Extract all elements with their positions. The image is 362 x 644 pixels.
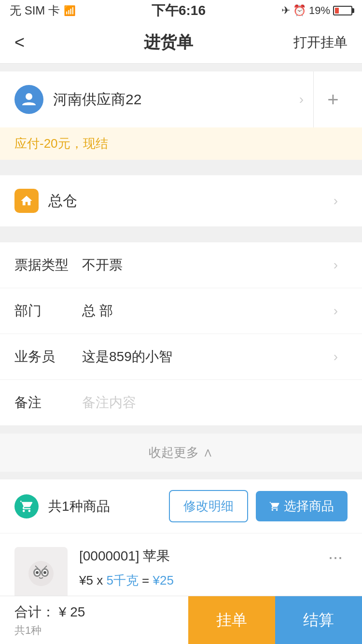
carrier-label: 无 SIM 卡 bbox=[10, 3, 60, 18]
footer-total: 合计： ¥ 25 共1种 bbox=[0, 596, 188, 644]
section-gap-3 bbox=[0, 227, 362, 235]
total-amount: 合计： ¥ 25 bbox=[14, 603, 174, 621]
product-name: [0000001] 苹果 bbox=[79, 547, 323, 565]
person-icon bbox=[20, 91, 38, 108]
remark-value: 备注内容 bbox=[82, 393, 348, 412]
salesperson-value: 这是859的小智 bbox=[82, 348, 324, 366]
svg-point-1 bbox=[28, 561, 54, 586]
status-left: 无 SIM 卡 📶 bbox=[10, 3, 76, 18]
product-more-button[interactable]: ··· bbox=[323, 547, 348, 567]
salesperson-chevron-icon: › bbox=[334, 349, 338, 364]
select-product-button[interactable]: 选择商品 bbox=[256, 491, 348, 521]
select-product-label: 选择商品 bbox=[284, 498, 334, 515]
time-label: 下午6:16 bbox=[152, 1, 206, 20]
supplier-name: 河南供应商22 bbox=[53, 90, 290, 110]
section-gap-1 bbox=[0, 64, 362, 71]
warehouse-icon bbox=[14, 189, 39, 213]
back-button[interactable]: < bbox=[14, 32, 43, 53]
salesperson-key: 业务员 bbox=[14, 348, 82, 366]
status-bar: 无 SIM 卡 📶 下午6:16 ✈ ⏰ 19% bbox=[0, 0, 362, 21]
warehouse-label: 总仓 bbox=[48, 191, 324, 211]
total-count: 共1种 bbox=[14, 623, 174, 638]
product-owl-icon bbox=[27, 559, 56, 588]
cart-icon bbox=[20, 500, 33, 513]
checkout-button[interactable]: 结算 bbox=[275, 596, 362, 644]
supplier-section: 河南供应商22 › + bbox=[0, 71, 362, 127]
invoice-type-row[interactable]: 票据类型 不开票 › bbox=[0, 242, 362, 288]
svg-point-0 bbox=[26, 93, 32, 100]
hang-order-button[interactable]: 挂单 bbox=[188, 596, 275, 644]
department-key: 部门 bbox=[14, 302, 82, 320]
supplier-avatar bbox=[14, 85, 43, 114]
form-section: 票据类型 不开票 › 部门 总 部 › 业务员 这是859的小智 › 备注 备注… bbox=[0, 242, 362, 426]
alarm-icon: ⏰ bbox=[293, 4, 306, 17]
house-icon bbox=[20, 194, 33, 208]
select-product-icon bbox=[269, 501, 280, 512]
battery-fill bbox=[335, 8, 339, 14]
department-row[interactable]: 部门 总 部 › bbox=[0, 288, 362, 334]
warehouse-chevron-icon: › bbox=[334, 193, 338, 209]
collapse-bar[interactable]: 收起更多 ∧ bbox=[0, 434, 362, 472]
department-value: 总 部 bbox=[82, 302, 324, 320]
quantity: 5千克 bbox=[106, 573, 138, 588]
open-pending-button[interactable]: 打开挂单 bbox=[293, 33, 348, 52]
product-code: [0000001] bbox=[79, 548, 143, 563]
products-section: 共1种商品 修改明细 选择商品 [00000 bbox=[0, 479, 362, 614]
salesperson-row[interactable]: 业务员 这是859的小智 › bbox=[0, 334, 362, 380]
wifi-icon: 📶 bbox=[64, 5, 76, 16]
supplier-main[interactable]: 河南供应商22 › bbox=[14, 71, 314, 127]
products-count: 共1种商品 bbox=[48, 497, 169, 516]
status-right: ✈ ⏰ 19% bbox=[281, 4, 352, 17]
supplier-alert: 应付-20元，现结 bbox=[0, 127, 362, 160]
modify-details-button[interactable]: 修改明细 bbox=[169, 490, 248, 522]
footer: 合计： ¥ 25 共1种 挂单 结算 bbox=[0, 596, 362, 644]
product-info: [0000001] 苹果 ¥5 x 5千克 = ¥25 bbox=[79, 547, 323, 589]
products-header: 共1种商品 修改明细 选择商品 bbox=[0, 479, 362, 533]
battery-label: 19% bbox=[309, 4, 330, 17]
add-supplier-button[interactable]: + bbox=[319, 85, 348, 114]
warehouse-section: 总仓 › bbox=[0, 175, 362, 227]
remark-row[interactable]: 备注 备注内容 bbox=[0, 380, 362, 426]
section-gap-2 bbox=[0, 160, 362, 168]
department-chevron-icon: › bbox=[334, 303, 338, 319]
products-icon bbox=[14, 494, 39, 518]
location-icon: ✈ bbox=[281, 4, 290, 17]
product-thumbnail bbox=[14, 547, 68, 600]
total-value: ¥ 25 bbox=[59, 604, 85, 619]
page-title: 进货单 bbox=[144, 31, 193, 54]
svg-point-6 bbox=[36, 571, 39, 574]
collapse-label: 收起更多 ∧ bbox=[149, 444, 213, 461]
total-price: ¥25 bbox=[153, 573, 173, 588]
equals: = bbox=[139, 573, 153, 588]
warehouse-row[interactable]: 总仓 › bbox=[0, 175, 362, 227]
invoice-chevron-icon: › bbox=[334, 257, 338, 273]
svg-point-7 bbox=[43, 571, 46, 574]
nav-bar: < 进货单 打开挂单 bbox=[0, 21, 362, 64]
unit-price: ¥5 x bbox=[79, 573, 106, 588]
product-price: ¥5 x 5千克 = ¥25 bbox=[79, 572, 323, 589]
battery-icon bbox=[333, 6, 352, 15]
invoice-type-key: 票据类型 bbox=[14, 256, 82, 274]
invoice-type-value: 不开票 bbox=[82, 256, 324, 274]
total-label: 合计： bbox=[14, 604, 55, 619]
product-title: 苹果 bbox=[143, 548, 170, 563]
remark-key: 备注 bbox=[14, 393, 82, 412]
supplier-chevron-icon: › bbox=[299, 92, 304, 107]
